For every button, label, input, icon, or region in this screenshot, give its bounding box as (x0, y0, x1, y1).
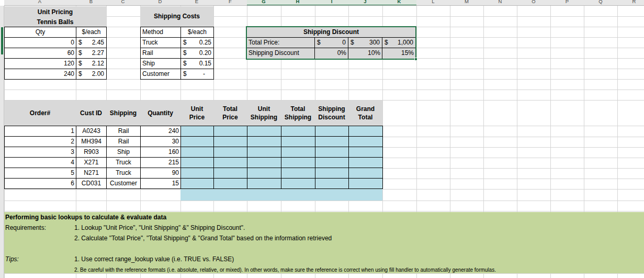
unit-pricing-header-qty[interactable]: Qty (5, 27, 76, 38)
empty-calc-cell[interactable] (315, 179, 349, 189)
total-price-label[interactable]: Total Price: (247, 38, 315, 48)
tier-discount[interactable]: 15% (382, 48, 415, 59)
empty-calc-cell[interactable] (247, 137, 281, 147)
cell-method[interactable]: Rail (141, 48, 181, 59)
row-header-strip[interactable] (0, 6, 4, 278)
cell-quantity[interactable]: 240 (141, 126, 181, 137)
empty-calc-cell[interactable] (181, 179, 214, 189)
column-header-M[interactable]: M (456, 0, 477, 5)
empty-calc-cell[interactable] (214, 137, 247, 147)
shipping-costs-title[interactable]: Shipping Costs (140, 6, 213, 27)
cell-quantity[interactable]: 30 (141, 137, 181, 147)
orders-header-shipping-discount[interactable]: Shipping Discount (315, 101, 348, 126)
empty-calc-cell[interactable] (214, 179, 247, 189)
column-header-strip[interactable]: ABCDEFGHIJKLMNOPQR (4, 0, 644, 6)
cell-order-number[interactable]: 1 (5, 126, 76, 137)
column-header-K[interactable]: K (389, 0, 410, 5)
cell-cust-id[interactable]: A0243 (76, 126, 107, 137)
cell-order-number[interactable]: 6 (5, 179, 76, 189)
cell-order-number[interactable]: 3 (5, 147, 76, 158)
shipping-costs-header-method[interactable]: Method (141, 27, 181, 38)
orders-header-cust[interactable]: Cust ID (76, 101, 106, 126)
empty-calc-cell[interactable] (214, 126, 247, 137)
column-header-A[interactable]: A (29, 0, 50, 5)
cell-cust-id[interactable]: X271 (76, 158, 107, 168)
column-header-F[interactable]: F (220, 0, 241, 5)
cell-qty[interactable]: 60 (5, 48, 76, 59)
requirements-label[interactable]: Requirements: (5, 223, 46, 233)
selection-fill-handle[interactable] (414, 58, 417, 61)
cell-method[interactable]: Customer (141, 69, 181, 80)
tier-discount[interactable]: 10% (348, 48, 382, 59)
empty-calc-cell[interactable] (349, 179, 383, 189)
cell-cust-id[interactable]: R903 (76, 147, 107, 158)
tip-2[interactable]: 2. Be careful with the reference formats… (74, 265, 496, 275)
cell-method[interactable]: Truck (141, 38, 181, 48)
orders-header-total-price[interactable]: Total Price (213, 101, 247, 126)
empty-calc-cell[interactable] (181, 147, 214, 158)
shipping-costs-header-price[interactable]: $/each (181, 27, 214, 38)
tip-1[interactable]: 1. Use correct range_lookup value (i.e. … (74, 254, 234, 264)
column-header-B[interactable]: B (81, 0, 101, 5)
empty-calc-cell[interactable] (181, 137, 214, 147)
cell-qty[interactable]: 120 (5, 59, 76, 69)
empty-calc-cell[interactable] (181, 168, 214, 179)
cell-order-number[interactable]: 2 (5, 137, 76, 147)
shipping-discount-table[interactable]: Shipping Discount Total Price: $0 $300 $… (246, 26, 416, 60)
column-header-R[interactable]: R (624, 0, 644, 5)
cell-qty[interactable]: 240 (5, 69, 76, 80)
shipping-discount-label[interactable]: Shipping Discount (247, 48, 315, 59)
column-header-P[interactable]: P (557, 0, 578, 5)
shipping-discount-title[interactable]: Shipping Discount (247, 27, 415, 38)
requirement-1[interactable]: 1. Lookup "Unit Price", "Unit Shipping" … (74, 223, 245, 233)
cell-cost[interactable]: $0.20 (181, 48, 214, 59)
empty-calc-cell[interactable] (281, 158, 315, 168)
cell-price[interactable]: $2.00 (76, 69, 107, 80)
cell-shipping[interactable]: Customer (107, 179, 141, 189)
empty-calc-cell[interactable] (247, 126, 281, 137)
empty-calc-cell[interactable] (181, 126, 214, 137)
cell-shipping[interactable]: Rail (107, 126, 141, 137)
cell-cost[interactable]: $- (181, 69, 214, 80)
empty-calc-cell[interactable] (281, 168, 315, 179)
tier-discount[interactable]: 0% (315, 48, 348, 59)
cell-qty[interactable]: 0 (5, 38, 76, 48)
column-header-Q[interactable]: Q (590, 0, 611, 5)
empty-calc-cell[interactable] (247, 147, 281, 158)
column-header-C[interactable]: C (112, 0, 133, 5)
tier-price[interactable]: $0 (315, 38, 348, 48)
orders-header-unit-price[interactable]: Unit Price (180, 101, 213, 126)
cell-shipping[interactable]: Truck (107, 158, 141, 168)
tier-price[interactable]: $1,000 (382, 38, 415, 48)
cell-quantity[interactable]: 215 (141, 158, 181, 168)
cell-cust-id[interactable]: N271 (76, 168, 107, 179)
empty-calc-cell[interactable] (315, 158, 349, 168)
orders-header-order[interactable]: Order# (4, 101, 76, 126)
empty-calc-cell[interactable] (247, 168, 281, 179)
empty-calc-cell[interactable] (349, 147, 383, 158)
empty-calc-cell[interactable] (247, 179, 281, 189)
tier-price[interactable]: $300 (348, 38, 382, 48)
orders-header-total-shipping[interactable]: Total Shipping (281, 101, 315, 126)
orders-header-unit-shipping[interactable]: Unit Shipping (247, 101, 281, 126)
column-header-E[interactable]: E (186, 0, 207, 5)
empty-calc-cell[interactable] (181, 158, 214, 168)
column-header-J[interactable]: J (355, 0, 376, 5)
requirement-2[interactable]: 2. Calculate "Total Price", "Total Shipp… (74, 233, 332, 243)
empty-calc-cell[interactable] (349, 158, 383, 168)
empty-calc-cell[interactable] (281, 179, 315, 189)
empty-calc-cell[interactable] (281, 137, 315, 147)
column-header-H[interactable]: H (287, 0, 308, 5)
cell-method[interactable]: Ship (141, 59, 181, 69)
column-header-O[interactable]: O (523, 0, 544, 5)
empty-calc-cell[interactable] (315, 126, 349, 137)
cell-quantity[interactable]: 90 (141, 168, 181, 179)
empty-calc-cell[interactable] (214, 158, 247, 168)
column-header-N[interactable]: N (490, 0, 511, 5)
cell-price[interactable]: $2.27 (76, 48, 107, 59)
orders-header-quantity[interactable]: Quantity (140, 101, 180, 126)
cell-order-number[interactable]: 4 (5, 158, 76, 168)
cell-shipping[interactable]: Truck (107, 168, 141, 179)
column-header-G[interactable]: G (253, 0, 274, 5)
cell-price[interactable]: $2.12 (76, 59, 107, 69)
